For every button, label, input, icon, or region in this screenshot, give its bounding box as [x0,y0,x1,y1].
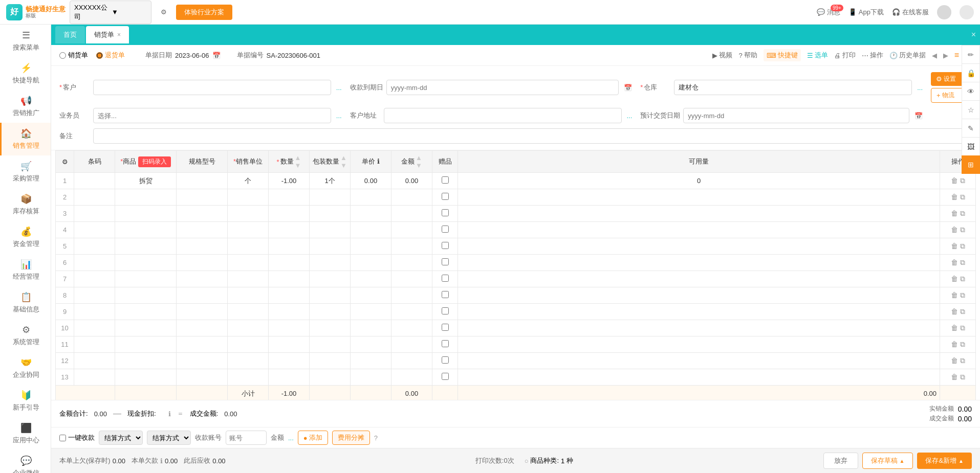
delete-row-icon-9[interactable]: 🗑 [951,324,958,332]
copy-row-icon-3[interactable]: ⧉ [960,226,965,234]
payment-method-select[interactable]: 结算方式 [99,431,143,445]
row-product-1[interactable] [115,189,177,206]
row-unit-10[interactable] [228,336,269,353]
row-unit-8[interactable] [228,304,269,320]
row-qty-5[interactable] [269,255,310,271]
sidebar-item-operations[interactable]: 📊 经营管理 [0,254,51,286]
print-btn[interactable]: 🖨 打印 [834,51,856,60]
sidebar-item-purchase[interactable]: 🛒 采购管理 [0,155,51,188]
copy-row-icon-8[interactable]: ⧉ [960,307,965,316]
row-spec-6[interactable] [177,271,228,287]
gift-checkbox-5[interactable] [442,258,449,265]
row-spec-9[interactable] [177,320,228,336]
row-amount-0[interactable]: 0.00 [391,173,432,189]
delete-row-icon-8[interactable]: 🗑 [951,307,958,316]
row-unit-price-5[interactable] [351,255,391,271]
row-amount-9[interactable] [391,320,432,336]
row-qty-10[interactable] [269,336,310,353]
delete-row-icon-2[interactable]: 🗑 [951,209,958,218]
row-spec-5[interactable] [177,255,228,271]
row-pack-qty-5[interactable] [310,255,351,271]
due-date-calendar-icon[interactable]: 📅 [624,84,632,92]
sidebar-item-search[interactable]: ☰ 搜索菜单 [0,25,51,57]
row-unit-price-8[interactable] [351,304,391,320]
row-barcode-0[interactable] [74,173,115,189]
row-gift-5[interactable] [432,255,458,271]
delete-row-icon-11[interactable]: 🗑 [951,356,958,365]
float-lock-btn[interactable]: 🔒 [962,63,980,82]
row-unit-price-11[interactable] [351,353,391,369]
delete-row-icon-1[interactable]: 🗑 [951,193,958,201]
delete-row-icon-7[interactable]: 🗑 [951,291,958,300]
row-gift-10[interactable] [432,336,458,353]
row-gift-12[interactable] [432,369,458,386]
row-pack-qty-6[interactable] [310,271,351,287]
row-spec-3[interactable] [177,222,228,238]
row-unit-price-0[interactable]: 0.00 [351,173,391,189]
row-spec-7[interactable] [177,287,228,304]
message-button[interactable]: 💬 消息 99+ [817,8,840,17]
user-menu[interactable] [960,5,974,19]
gift-checkbox-12[interactable] [442,373,449,380]
row-qty-12[interactable] [269,369,310,386]
gift-checkbox-11[interactable] [442,356,449,364]
radio-sales-input[interactable] [59,52,66,59]
gift-checkbox-7[interactable] [442,291,449,298]
row-qty-1[interactable] [269,189,310,206]
row-barcode-1[interactable] [74,189,115,206]
row-product-2[interactable] [115,206,177,222]
row-gift-11[interactable] [432,353,458,369]
row-barcode-4[interactable] [74,238,115,255]
row-qty-6[interactable] [269,271,310,287]
delete-row-icon-6[interactable]: 🗑 [951,275,958,283]
payment-method-select2[interactable]: 结算方式 [147,431,191,445]
gift-checkbox-10[interactable] [442,340,449,347]
row-amount-1[interactable] [391,189,432,206]
row-unit-0[interactable]: 个 [228,173,269,189]
row-amount-2[interactable] [391,206,432,222]
copy-row-icon-0[interactable]: ⧉ [960,176,965,185]
sidebar-item-appCenter[interactable]: ⬛ 应用中心 [0,417,51,450]
row-qty-0[interactable]: -1.00 [269,173,310,189]
th-settings[interactable]: ⚙ [56,151,74,173]
row-gift-3[interactable] [432,222,458,238]
row-unit-price-9[interactable] [351,320,391,336]
delete-row-icon-3[interactable]: 🗑 [951,226,958,234]
copy-row-icon-5[interactable]: ⧉ [960,258,965,267]
row-unit-price-3[interactable] [351,222,391,238]
delivery-date-input[interactable] [683,108,909,123]
copy-row-icon-10[interactable]: ⧉ [960,340,965,349]
salesperson-input[interactable] [93,108,331,123]
salesperson-select-btn[interactable]: ... [336,112,342,120]
copy-row-icon-11[interactable]: ⧉ [960,356,965,365]
payment-dots[interactable]: ... [288,434,294,442]
row-unit-1[interactable] [228,189,269,206]
row-barcode-10[interactable] [74,336,115,353]
row-barcode-7[interactable] [74,287,115,304]
app-download-button[interactable]: 📱 App下载 [848,8,884,17]
scan-btn[interactable]: 扫码录入 [138,156,171,167]
nav-next-btn[interactable]: ▶ [943,52,948,59]
row-gift-6[interactable] [432,271,458,287]
one-click-checkbox-input[interactable] [59,435,66,441]
save-new-button[interactable]: 保存&新增 ▲ [917,453,972,469]
row-pack-qty-12[interactable] [310,369,351,386]
row-qty-7[interactable] [269,287,310,304]
sidebar-item-marketing[interactable]: 📢 营销推广 [0,90,51,123]
row-qty-3[interactable] [269,222,310,238]
help-btn[interactable]: ? 帮助 [738,51,757,60]
row-unit-7[interactable] [228,287,269,304]
radio-return-order[interactable]: 退货单 [96,51,125,60]
row-gift-7[interactable] [432,287,458,304]
row-product-6[interactable] [115,271,177,287]
row-spec-8[interactable] [177,304,228,320]
float-star-btn[interactable]: ☆ [962,100,980,119]
row-pack-qty-10[interactable] [310,336,351,353]
row-qty-2[interactable] [269,206,310,222]
gift-checkbox-8[interactable] [442,307,449,314]
row-unit-12[interactable] [228,369,269,386]
company-select[interactable]: XXXXXX公司 ▼ [70,1,151,24]
settings-gear-btn[interactable]: ⚙ [156,4,172,20]
row-product-9[interactable] [115,320,177,336]
user-avatar[interactable] [937,5,951,19]
